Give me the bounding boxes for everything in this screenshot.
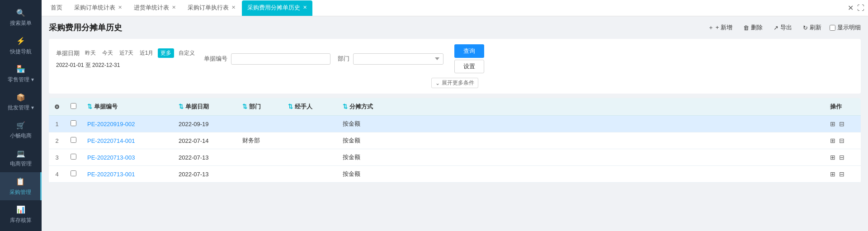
link-order-no-1[interactable]: PE-20220919-002 <box>87 121 135 127</box>
cell-split-method-4: 按金额 <box>337 166 825 183</box>
tab-home[interactable]: 首页 <box>45 0 68 16</box>
sidebar-item-inventory[interactable]: 📊 库存核算 <box>0 200 42 228</box>
sidebar-item-wholesale[interactable]: 📦 批发管理 ▾ <box>0 88 42 116</box>
expand-more-section: ⌄ 展开更多条件 <box>56 78 854 88</box>
order-no-filter: 单据编号 <box>204 53 330 65</box>
add-button[interactable]: ＋ + 新增 <box>705 22 735 33</box>
expand-more-button[interactable]: ⌄ 展开更多条件 <box>431 78 478 88</box>
cell-date-3: 2022-07-13 <box>173 149 237 166</box>
retail-icon: 🏪 <box>2 64 40 74</box>
inventory-icon: 📊 <box>2 205 40 215</box>
cell-dept-3 <box>237 149 283 166</box>
tab-purchase-cost-history[interactable]: 采购费用分摊单历史 ✕ <box>242 0 312 16</box>
tab-inbound-stats[interactable]: 进货单统计表 ✕ <box>128 0 181 16</box>
page-header: 采购费用分摊单历史 ＋ + 新增 🗑 删除 ↗ 导出 ↻ 刷新 <box>49 22 861 33</box>
shortcut-7days[interactable]: 近7天 <box>118 48 135 58</box>
filter-section: 单据日期 昨天 今天 近7天 近1月 更多 自定义 2022-01-01 至 2… <box>49 39 861 94</box>
th-date[interactable]: ⇅ 单据日期 <box>173 98 237 116</box>
row-checkbox-2 <box>65 132 82 149</box>
sidebar-item-search[interactable]: 🔍 搜索菜单 <box>0 4 42 32</box>
maximize-icon[interactable]: ⛶ <box>857 4 864 12</box>
cell-action-1: ⊞ ⊟ <box>825 116 861 132</box>
display-detail-checkbox[interactable] <box>830 25 835 31</box>
link-order-no-3[interactable]: PE-20220713-003 <box>87 154 135 161</box>
th-settings[interactable]: ⚙ <box>49 98 65 116</box>
th-split-method[interactable]: ⇅ 分摊方式 <box>337 98 825 116</box>
sidebar-item-ecommerce[interactable]: 💻 电商管理 <box>0 144 42 172</box>
delete-button[interactable]: 🗑 删除 <box>741 22 765 33</box>
settings-button[interactable]: 设置 <box>454 60 484 73</box>
wholesale-icon: 📦 <box>2 93 40 103</box>
shortcut-today[interactable]: 今天 <box>100 48 115 58</box>
link-order-no-4[interactable]: PE-20220713-001 <box>87 171 135 178</box>
sidebar-item-retail[interactable]: 🏪 零售管理 ▾ <box>0 60 42 88</box>
query-button[interactable]: 查询 <box>454 44 484 58</box>
cell-action-3: ⊞ ⊟ <box>825 149 861 166</box>
th-order-no[interactable]: ⇅ 单据编号 <box>82 98 173 116</box>
table-row: 1 PE-20220919-002 2022-09-19 按金额 ⊞ ⊟ <box>49 116 861 132</box>
view-icon-1[interactable]: ⊞ <box>830 120 835 127</box>
cell-split-method-3: 按金额 <box>337 149 825 166</box>
close-all-tabs-icon[interactable]: ✕ <box>848 4 854 12</box>
dept-select[interactable] <box>353 53 443 65</box>
sidebar-item-finance[interactable]: 💰 资金管理 <box>0 229 42 231</box>
shortcut-1month[interactable]: 近1月 <box>138 48 156 58</box>
row-num-3: 3 <box>49 149 65 166</box>
sidebar-item-ecommerce-small[interactable]: 🛒 小畅电商 <box>0 116 42 144</box>
date-range-display: 2022-01-01 至 2022-12-31 <box>56 61 120 69</box>
order-no-label: 单据编号 <box>204 55 227 63</box>
view-icon-3[interactable]: ⊞ <box>830 154 835 161</box>
close-tab-purchase-order-stats[interactable]: ✕ <box>118 5 122 10</box>
order-no-input[interactable] <box>231 53 330 65</box>
shortcut-custom[interactable]: 自定义 <box>177 48 197 58</box>
shortcut-yesterday[interactable]: 昨天 <box>83 48 98 58</box>
view-icon-4[interactable]: ⊞ <box>830 170 835 178</box>
toolbar: ＋ + 新增 🗑 删除 ↗ 导出 ↻ 刷新 显示明细 <box>705 22 861 33</box>
th-dept[interactable]: ⇅ 部门 <box>237 98 283 116</box>
sidebar-item-shortcut[interactable]: ⚡ 快捷导航 <box>0 32 42 60</box>
refresh-button[interactable]: ↻ 刷新 <box>800 22 824 33</box>
cell-action-2: ⊞ ⊟ <box>825 132 861 149</box>
cell-dept-1 <box>237 116 283 132</box>
cell-order-no-2: PE-20220714-001 <box>82 132 173 149</box>
edit-icon-3[interactable]: ⊟ <box>839 154 844 161</box>
close-tab-purchase-cost-history[interactable]: ✕ <box>303 5 307 10</box>
th-action: 操作 <box>825 98 861 116</box>
filter-buttons: 查询 设置 <box>454 44 484 73</box>
expand-icon: ⌄ <box>435 80 440 86</box>
page-title: 采购费用分摊单历史 <box>49 22 122 33</box>
content-area: 采购费用分摊单历史 ＋ + 新增 🗑 删除 ↗ 导出 ↻ 刷新 <box>42 16 868 231</box>
link-order-no-2[interactable]: PE-20220714-001 <box>87 137 135 144</box>
sort-split-icon: ⇅ <box>343 103 348 110</box>
cell-order-no-1: PE-20220919-002 <box>82 116 173 132</box>
edit-icon-1[interactable]: ⊟ <box>839 120 844 127</box>
th-handler[interactable]: ⇅ 经手人 <box>283 98 337 116</box>
display-toggle: 显示明细 <box>830 24 861 32</box>
checkbox-row-3[interactable] <box>71 154 76 160</box>
cell-date-1: 2022-09-19 <box>173 116 237 132</box>
dept-filter: 部门 <box>338 53 443 65</box>
close-tab-inbound-stats[interactable]: ✕ <box>172 5 176 10</box>
date-filter-top: 单据日期 昨天 今天 近7天 近1月 更多 自定义 <box>56 48 197 58</box>
main-content: 首页 采购订单统计表 ✕ 进货单统计表 ✕ 采购订单执行表 ✕ 采购费用分摊单历… <box>42 0 868 231</box>
sidebar-item-purchase[interactable]: 📋 采购管理 <box>0 172 42 200</box>
select-all-checkbox[interactable] <box>71 103 76 109</box>
shortcut-more[interactable]: 更多 <box>158 48 174 58</box>
checkbox-row-2[interactable] <box>71 137 76 143</box>
edit-icon-4[interactable]: ⊟ <box>839 170 844 178</box>
tab-purchase-order-stats[interactable]: 采购订单统计表 ✕ <box>69 0 127 16</box>
tab-actions: ✕ ⛶ <box>848 4 864 12</box>
cell-dept-4 <box>237 166 283 183</box>
date-label: 单据日期 <box>56 49 80 57</box>
data-table: ⚙ ⇅ 单据编号 ⇅ 单据日期 ⇅ <box>49 98 861 183</box>
filter-row-1: 单据日期 昨天 今天 近7天 近1月 更多 自定义 2022-01-01 至 2… <box>56 44 854 73</box>
tab-purchase-order-exec[interactable]: 采购订单执行表 ✕ <box>182 0 241 16</box>
cell-handler-2 <box>283 132 337 149</box>
export-button[interactable]: ↗ 导出 <box>771 22 795 33</box>
view-icon-2[interactable]: ⊞ <box>830 137 835 144</box>
checkbox-row-4[interactable] <box>71 170 76 176</box>
close-tab-purchase-order-exec[interactable]: ✕ <box>231 5 236 10</box>
edit-icon-2[interactable]: ⊟ <box>839 137 844 144</box>
checkbox-row-1[interactable] <box>71 120 76 126</box>
date-shortcuts: 昨天 今天 近7天 近1月 更多 自定义 <box>83 48 197 58</box>
